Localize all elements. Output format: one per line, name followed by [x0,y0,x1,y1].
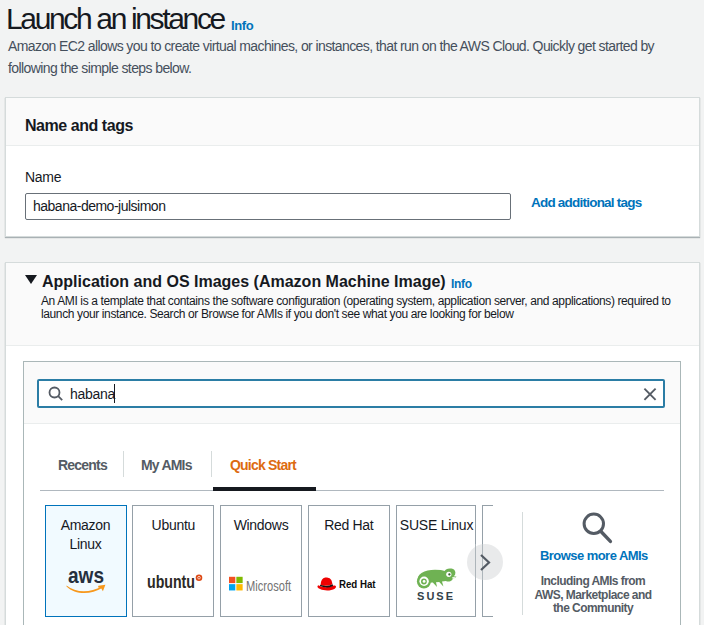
svg-text:SUSE: SUSE [417,590,456,602]
svg-text:aws: aws [68,563,104,588]
svg-text:Red Hat: Red Hat [339,578,376,590]
svg-text:ubuntu: ubuntu [147,571,195,592]
svg-text:Microsoft: Microsoft [246,577,292,594]
